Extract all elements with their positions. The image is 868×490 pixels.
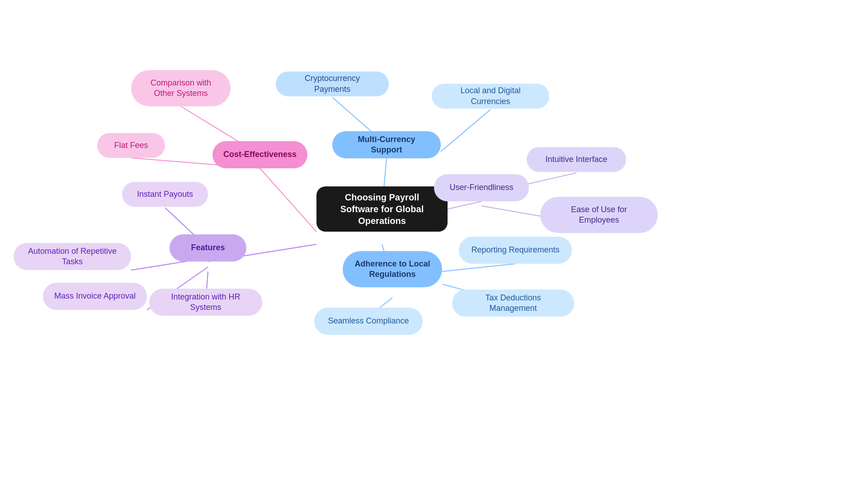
- adherence-node: Adherence to Local Regulations: [343, 251, 442, 287]
- mindmap-container: Choosing Payroll Software for Global Ope…: [0, 0, 868, 490]
- reporting-node: Reporting Requirements: [459, 237, 572, 264]
- svg-line-0: [260, 168, 316, 232]
- cost-effectiveness-node: Cost-Effectiveness: [212, 141, 307, 168]
- svg-line-15: [442, 264, 515, 271]
- seamless-node: Seamless Compliance: [314, 308, 423, 335]
- tax-deductions-node: Tax Deductions Management: [452, 290, 574, 317]
- user-friendliness-node: User-Friendliness: [434, 174, 529, 201]
- integration-hr-node: Integration with HR Systems: [149, 289, 262, 316]
- center-node: Choosing Payroll Software for Global Ope…: [316, 186, 448, 232]
- ease-employees-node: Ease of Use for Employees: [540, 197, 658, 233]
- features-node: Features: [170, 234, 246, 262]
- instant-payouts-node: Instant Payouts: [122, 182, 208, 207]
- svg-line-10: [441, 109, 491, 152]
- crypto-node: Cryptocurrency Payments: [276, 71, 389, 96]
- comparison-node: Comparison with Other Systems: [131, 70, 231, 106]
- local-digital-node: Local and Digital Currencies: [432, 84, 549, 109]
- connections-svg: [0, 0, 868, 490]
- intuitive-node: Intuitive Interface: [527, 147, 626, 172]
- mass-invoice-node: Mass Invoice Approval: [43, 283, 147, 310]
- automation-node: Automation of Repetitive Tasks: [14, 243, 131, 270]
- flat-fees-node: Flat Fees: [97, 133, 165, 158]
- multi-currency-node: Multi-Currency Support: [332, 131, 441, 158]
- svg-line-11: [448, 201, 481, 209]
